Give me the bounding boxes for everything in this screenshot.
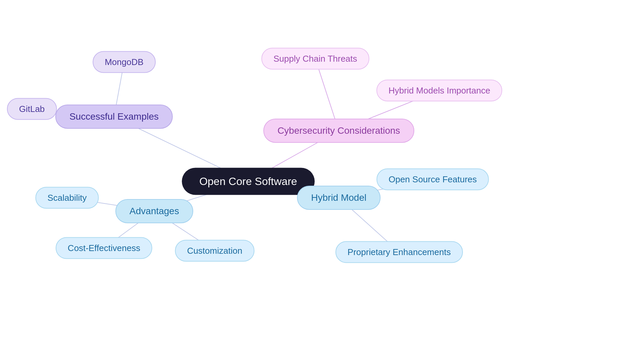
hybrid-models-importance-node: Hybrid Models Importance <box>376 80 502 102</box>
mind-map: Open Core Software Successful Examples M… <box>0 0 644 363</box>
scalability-node: Scalability <box>35 187 99 209</box>
gitlab-node: GitLab <box>7 98 57 120</box>
customization-node: Customization <box>175 240 255 262</box>
supply-chain-node: Supply Chain Threats <box>261 48 369 70</box>
cost-effectiveness-node: Cost-Effectiveness <box>56 237 152 259</box>
hybrid-model-node: Hybrid Model <box>297 186 381 210</box>
mongodb-node: MongoDB <box>93 51 156 73</box>
open-source-features-node: Open Source Features <box>376 169 489 190</box>
successful-examples-node: Successful Examples <box>55 105 173 129</box>
advantages-node: Advantages <box>115 199 193 223</box>
cybersecurity-node: Cybersecurity Considerations <box>263 119 414 143</box>
center-node: Open Core Software <box>182 168 315 195</box>
proprietary-enhancements-node: Proprietary Enhancements <box>335 241 463 263</box>
